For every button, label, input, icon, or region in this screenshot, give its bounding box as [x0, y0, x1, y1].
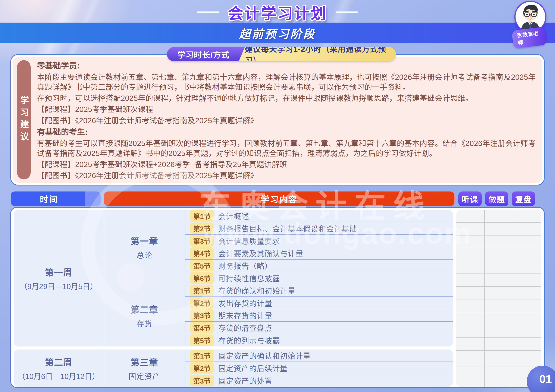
column-header-time: 时间 [11, 192, 101, 206]
suggestion-line: 【配图书】《2026年注册会计师考试备考指南及2025年真题详解》 [37, 116, 538, 126]
check-cell[interactable] [456, 223, 484, 235]
check-cell[interactable] [456, 299, 484, 312]
check-cell[interactable] [484, 338, 513, 350]
check-cell[interactable] [484, 236, 513, 248]
teacher-avatar-block: 张敬富老师 [513, 1, 546, 33]
section-row: 第1节存货的确认和初始计量 [185, 284, 453, 297]
column-header-practice: 做题 [485, 192, 508, 206]
title-decor-line [336, 11, 358, 13]
check-cell[interactable] [484, 210, 513, 222]
check-row-spacer [456, 351, 541, 354]
study-time-label-wrap: 学习时长/方式 [167, 47, 245, 61]
time-header-accent [85, 192, 101, 206]
section-badge: 第5节 [190, 334, 214, 346]
check-cell[interactable] [513, 274, 541, 286]
check-cell[interactable] [456, 338, 484, 350]
title-decor-line [197, 11, 219, 13]
check-cell[interactable] [513, 354, 541, 366]
week-cell: 第二周（10月6日—10月12日） [14, 349, 104, 387]
check-cell[interactable] [484, 287, 513, 299]
check-cell [456, 351, 484, 354]
check-cell[interactable] [456, 287, 484, 299]
check-cell[interactable] [484, 379, 513, 387]
check-cell[interactable] [513, 312, 541, 325]
check-cell[interactable] [484, 261, 513, 274]
check-row [456, 223, 541, 236]
check-row [456, 299, 541, 312]
check-cell[interactable] [456, 312, 484, 325]
section-title: 财务报告目标、会计基本假设和会计基础 [218, 223, 357, 234]
chapter-name: 第一章 [131, 234, 158, 247]
check-cell[interactable] [513, 210, 541, 222]
check-cell[interactable] [456, 248, 484, 261]
check-row [456, 325, 541, 338]
check-cell[interactable] [456, 354, 484, 366]
suggestion-line: 在预习时，可以选择搭配2025年的课程，针对理解不通的地方做好标记，在课件中跟随… [37, 93, 538, 103]
section-title: 存货的确认和初始计量 [218, 285, 295, 296]
section-badge: 第6节 [190, 272, 214, 284]
check-cell[interactable] [484, 274, 513, 286]
study-time-value: 建议每天学习1-2小时（采用通读方式预习） [245, 47, 393, 61]
check-cell[interactable] [513, 299, 541, 312]
check-cell[interactable] [513, 223, 541, 235]
section-badge: 第4节 [190, 247, 214, 259]
suggestion-panel: 学习建议 零基础学员:本阶段主要通读会计教材前五章、第七章、第九章和第十六章内容… [10, 54, 545, 185]
section-badge: 第2节 [190, 297, 214, 309]
check-cell[interactable] [484, 299, 513, 312]
week-group-2: 第二周（10月6日—10月12日）第三章固定资产第1节固定资产的确认和初始计量第… [14, 349, 453, 387]
check-cell[interactable] [484, 366, 513, 379]
chapter-title: 总论 [137, 249, 152, 260]
section-title: 存货的列示与披露 [218, 335, 280, 346]
section-badge: 第3节 [190, 310, 214, 321]
section-badge: 第4节 [190, 322, 214, 333]
section-row: 第4节存货的清查盘点 [185, 322, 453, 334]
check-cell[interactable] [513, 261, 541, 274]
check-cell[interactable] [456, 366, 484, 379]
page-number: 01 [539, 372, 552, 385]
chapter-cell: 第一章总论 [104, 210, 185, 284]
check-cell[interactable] [513, 236, 541, 248]
check-grid [456, 210, 541, 387]
check-row [456, 210, 541, 223]
section-title: 固定资产的处置 [218, 375, 272, 386]
subtitle-band: 超前预习阶段 [0, 22, 555, 43]
chapter-title: 固定资产 [129, 370, 160, 381]
check-cell[interactable] [513, 248, 541, 261]
check-cell[interactable] [513, 338, 541, 350]
column-header-content: 学习内容 [104, 192, 454, 206]
check-cell[interactable] [513, 325, 541, 337]
section-row: 第5节财务报告（略） [185, 259, 453, 272]
schedule-table: 第一周（9月29日—10月5日）第一章总论第1节会计概述第2节财务报告目标、会计… [10, 207, 545, 388]
section-title: 会计要素及其确认与计量 [218, 248, 303, 259]
check-cell[interactable] [456, 236, 484, 248]
check-cell [513, 351, 541, 354]
check-cell[interactable] [456, 274, 484, 286]
check-cell[interactable] [484, 312, 513, 325]
check-cell[interactable] [484, 248, 513, 261]
check-cell[interactable] [484, 354, 513, 366]
section-row: 第1节固定资产的确认和初始计量 [185, 349, 453, 362]
practice-header-label: 做题 [489, 193, 505, 205]
section-badge: 第1节 [190, 350, 214, 361]
suggestion-line: 【配课程】2025考季基础班次课程+2026考季 -备考指导及25年真题讲解班 [37, 160, 538, 170]
chapter-title: 存货 [137, 318, 152, 329]
section-title: 发出存货的计量 [218, 297, 272, 308]
check-cell[interactable] [456, 325, 484, 337]
listen-header-label: 听课 [462, 193, 478, 205]
column-header-listen: 听课 [458, 192, 482, 206]
check-cell[interactable] [484, 325, 513, 337]
check-cell[interactable] [513, 287, 541, 299]
study-time-label: 学习时长/方式 [177, 49, 234, 60]
suggestion-heading: 零基础学员: [37, 60, 538, 71]
section-row: 第2节发出存货的计量 [185, 297, 453, 309]
week-group-1: 第一周（9月29日—10月5日）第一章总论第1节会计概述第2节财务报告目标、会计… [14, 210, 453, 347]
section-title: 固定资产的后续计量 [218, 362, 288, 373]
check-cell[interactable] [456, 261, 484, 274]
check-cell[interactable] [456, 379, 484, 387]
chapter-cell: 第二章存货 [104, 284, 185, 347]
check-row [456, 312, 541, 325]
check-cell[interactable] [484, 223, 513, 235]
section-row: 第3节固定资产的处置 [185, 374, 453, 387]
week-range: （10月6日—10月12日） [18, 370, 100, 381]
check-cell[interactable] [456, 210, 484, 222]
